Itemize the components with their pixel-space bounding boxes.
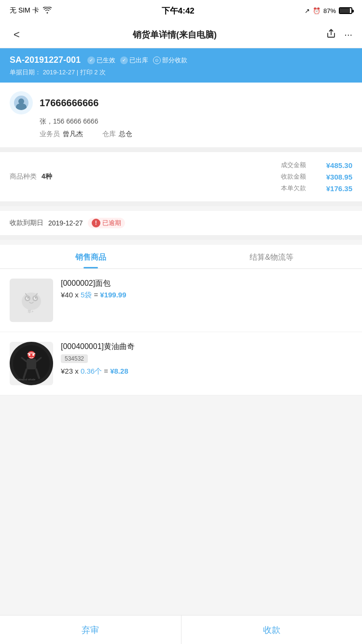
divider-3 — [0, 235, 362, 240]
avatar-image — [14, 96, 28, 110]
collect-button[interactable]: 收款 — [181, 616, 362, 644]
warehouse-value: 总仓 — [119, 130, 132, 139]
deal-amount-row: 成交金额 ¥485.30 — [281, 161, 352, 169]
product-count: 4种 — [42, 172, 52, 181]
tabs-section: 销售商品 结算&物流等 — [0, 245, 362, 269]
product-price-2: ¥23 x 0.36个 = ¥8.28 — [61, 367, 352, 376]
tab-settlement[interactable]: 结算&物流等 — [181, 245, 362, 268]
collected-label: 收款金额 — [281, 172, 306, 181]
svg-point-5 — [28, 297, 29, 299]
status-left: 无 SIM 卡 — [10, 6, 52, 15]
product-thumbnail-2: diamond whale — [10, 342, 53, 385]
divider-1 — [0, 147, 362, 152]
status-badges: ✓ 已生效 ✓ 已出库 ⊙ 部分收款 — [87, 56, 187, 65]
deal-amount-value: ¥485.30 — [314, 161, 352, 169]
battery-percent: 87% — [323, 7, 336, 14]
debt-label: 本单欠款 — [281, 184, 306, 193]
list-item: diamond whale [000400001]黄油曲奇 534532 ¥23… — [0, 332, 362, 395]
share-icon[interactable] — [326, 28, 336, 41]
summary-section: 商品种类 4种 成交金额 ¥485.30 收款金额 ¥308.95 本单欠款 ¥… — [0, 152, 362, 201]
due-section: 收款到期日 2019-12-27 ! 已逾期 — [0, 211, 362, 235]
svg-point-6 — [35, 297, 37, 299]
check-icon: ✓ — [87, 56, 95, 64]
sales-value: 曾凡杰 — [63, 130, 83, 139]
sales-person: 业务员 曾凡杰 — [40, 130, 83, 139]
status-effective: ✓ 已生效 — [87, 56, 115, 65]
nav-actions: ··· — [326, 28, 352, 41]
collected-value: ¥308.95 — [314, 173, 352, 181]
summary-row: 商品种类 4种 成交金额 ¥485.30 收款金额 ¥308.95 本单欠款 ¥… — [10, 161, 352, 193]
svg-text:草+: 草+ — [28, 309, 34, 314]
location-icon: ↗ — [305, 7, 310, 14]
product-type-info: 商品种类 4种 — [10, 172, 52, 181]
svg-point-0 — [22, 293, 41, 310]
product-type-label: 商品种类 — [10, 172, 37, 181]
owl-logo: 草+ — [10, 279, 53, 322]
svg-text:diamond whale: diamond whale — [16, 378, 36, 381]
order-header: SA-20191227-001 ✓ 已生效 ✓ 已出库 ⊙ 部分收款 单据日期：… — [0, 48, 362, 83]
due-date-value: 2019-12-27 — [48, 219, 83, 227]
order-date: 单据日期： 2019-12-27 | 打印 2 次 — [10, 68, 352, 77]
avatar — [10, 91, 33, 114]
abandon-button[interactable]: 弃审 — [0, 616, 181, 644]
svg-point-11 — [28, 354, 30, 356]
check-icon-2: ✓ — [120, 56, 128, 64]
svg-rect-10 — [27, 359, 36, 369]
product-name-2: [000400001]黄油曲奇 — [61, 342, 352, 352]
amounts: 成交金额 ¥485.30 收款金额 ¥308.95 本单欠款 ¥176.35 — [281, 161, 352, 193]
customer-row: 17666666666 — [10, 91, 352, 114]
product-total-2: ¥8.28 — [110, 367, 128, 375]
back-button[interactable]: < — [10, 25, 24, 45]
status-bar: 无 SIM 卡 下午4:42 ↗ ⏰ 87% — [0, 0, 362, 21]
customer-info: 张，156 6666 6666 — [40, 117, 352, 126]
deal-amount-label: 成交金额 — [281, 161, 306, 169]
product-price: ¥40 x 5袋 = ¥199.99 — [61, 291, 352, 300]
status-time: 下午4:42 — [162, 5, 195, 16]
overdue-badge: ! 已逾期 — [88, 218, 125, 228]
sales-label: 业务员 — [40, 130, 60, 139]
wifi-icon — [43, 7, 52, 15]
due-label: 收款到期日 — [10, 219, 43, 227]
product-list: 草+ [0000002]面包 ¥40 x 5袋 = ¥199.99 — [0, 269, 362, 395]
product-qty: 5袋 — [81, 291, 92, 299]
nav-bar: < 销货单详情(来自电脑) ··· — [0, 21, 362, 48]
product-name: [0000002]面包 — [61, 279, 352, 289]
divider-2 — [0, 201, 362, 206]
more-icon[interactable]: ··· — [344, 29, 352, 40]
tabs-row: 销售商品 结算&物流等 — [0, 245, 362, 269]
bottom-bar: 弃审 收款 — [0, 615, 362, 644]
debt-amount-row: 本单欠款 ¥176.35 — [281, 184, 352, 193]
overdue-icon: ! — [92, 219, 100, 227]
warehouse: 仓库 总仓 — [102, 130, 132, 139]
product-logo: diamond whale — [10, 342, 53, 385]
product-tag: 534532 — [61, 354, 88, 363]
product-thumbnail: 草+ — [10, 279, 53, 322]
status-partial-payment: ⊙ 部分收款 — [153, 56, 187, 65]
product-qty-2: 0.36个 — [81, 367, 102, 375]
overdue-text: 已逾期 — [102, 219, 121, 227]
collected-amount-row: 收款金额 ¥308.95 — [281, 172, 352, 181]
page-title: 销货单详情(来自电脑) — [133, 29, 217, 41]
product-details-2: [000400001]黄油曲奇 534532 ¥23 x 0.36个 = ¥8.… — [61, 342, 352, 376]
clock-icon: ⊙ — [153, 56, 161, 64]
status-right: ↗ ⏰ 87% — [305, 7, 352, 14]
list-item: 草+ [0000002]面包 ¥40 x 5袋 = ¥199.99 — [0, 269, 362, 332]
tab-products[interactable]: 销售商品 — [0, 245, 181, 268]
warehouse-label: 仓库 — [102, 130, 116, 139]
product-details: [0000002]面包 ¥40 x 5袋 = ¥199.99 — [61, 279, 352, 300]
order-header-top: SA-20191227-001 ✓ 已生效 ✓ 已出库 ⊙ 部分收款 — [10, 55, 352, 65]
alarm-icon: ⏰ — [313, 7, 320, 14]
debt-value: ¥176.35 — [314, 184, 352, 193]
battery-icon — [339, 7, 352, 14]
status-shipped: ✓ 已出库 — [120, 56, 148, 65]
order-id: SA-20191227-001 — [10, 55, 81, 65]
sim-status: 无 SIM 卡 — [10, 6, 39, 15]
customer-phone: 17666666666 — [40, 98, 98, 109]
customer-section: 17666666666 张，156 6666 6666 业务员 曾凡杰 仓库 总… — [0, 83, 362, 147]
product-total: ¥199.99 — [100, 291, 126, 299]
svg-point-12 — [32, 354, 34, 356]
customer-meta: 业务员 曾凡杰 仓库 总仓 — [40, 130, 352, 139]
